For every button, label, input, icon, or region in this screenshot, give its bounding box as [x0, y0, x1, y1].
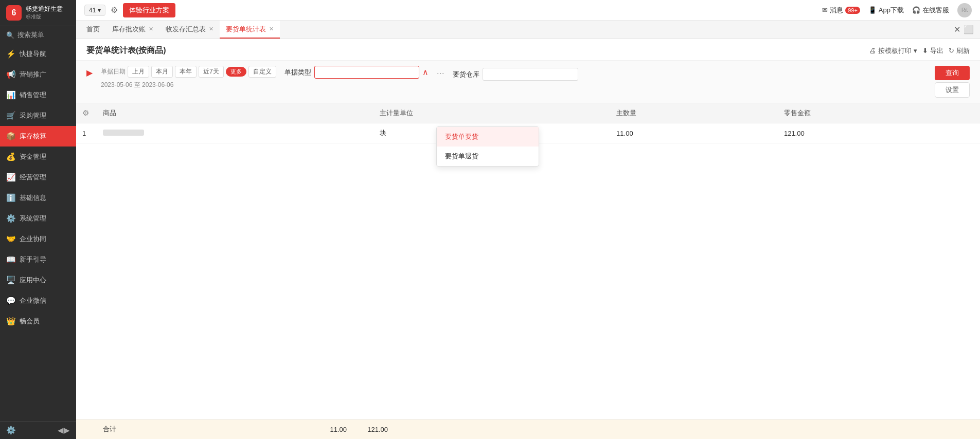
sidebar-label-member: 畅会员 — [20, 317, 40, 326]
type-filter-label: 单据类型 — [284, 68, 311, 77]
warehouse-filter-input[interactable] — [483, 68, 578, 81]
sidebar-item-marketing[interactable]: 📢 营销推广 — [0, 64, 76, 85]
store-selector[interactable]: 41 ▾ — [84, 5, 105, 16]
topbar-right: ✉ 消息 99+ 📱 App下载 🎧 在线客服 Rit — [822, 3, 972, 17]
collapse-icon[interactable]: ◀▶ — [58, 426, 70, 435]
filter-toggle-icon[interactable]: ▶ — [86, 68, 93, 78]
sidebar-label-marketing: 营销推广 — [20, 70, 46, 79]
sidebar-bottom: ⚙️ ◀▶ — [0, 421, 76, 439]
page-header: 要货单统计表(按商品) 🖨 按模板打印 ▾ ⬇ 导出 ↻ 刷新 — [76, 39, 980, 61]
dropdown-arrow-icon: ▾ — [98, 7, 101, 14]
service-icon: 🎧 — [912, 6, 920, 14]
store-name: 41 — [89, 7, 96, 14]
quick-icon: ⚡ — [6, 49, 15, 59]
product-placeholder — [103, 130, 144, 136]
date-btn-custom[interactable]: 自定义 — [248, 66, 276, 78]
app-download-action[interactable]: 📱 App下载 — [868, 6, 904, 15]
cell-amount: 121.00 — [778, 123, 980, 143]
sidebar-item-quick[interactable]: ⚡ 快捷导航 — [0, 44, 76, 64]
filter-settings-button[interactable]: 设置 — [935, 82, 970, 98]
tab-stock-close[interactable]: ✕ — [149, 26, 153, 32]
sidebar-item-purchase[interactable]: 🛒 采购管理 — [0, 105, 76, 126]
messages-label: 消息 — [830, 6, 843, 15]
col-amount: 零售金额 — [778, 103, 980, 123]
sidebar-item-member[interactable]: 👑 畅会员 — [0, 311, 76, 332]
date-btn-more[interactable]: 更多 — [226, 67, 246, 77]
date-btn-7days[interactable]: 近7天 — [199, 66, 224, 78]
sidebar-label-finance: 资金管理 — [20, 152, 46, 161]
sidebar-item-guide[interactable]: 📖 新手引导 — [0, 249, 76, 270]
sidebar-label-collab: 企业协同 — [20, 234, 46, 244]
tab-summary[interactable]: 收发存汇总表 ✕ — [159, 21, 220, 39]
col-settings: ⚙ — [76, 103, 97, 123]
type-filter-input[interactable] — [314, 66, 419, 79]
app-name: 畅捷通好生意 — [26, 5, 63, 13]
date-btn-last-month[interactable]: 上月 — [128, 66, 149, 78]
online-service-action[interactable]: 🎧 在线客服 — [912, 6, 949, 15]
col-product: 商品 — [97, 103, 373, 123]
col-unit: 主计量单位 — [373, 103, 610, 123]
sidebar-label-inventory: 库存核算 — [20, 132, 46, 141]
topbar: 41 ▾ ⚙ 体验行业方案 ✉ 消息 99+ 📱 App下载 🎧 在线客服 Ri… — [76, 0, 980, 21]
query-button[interactable]: 查询 — [935, 66, 970, 80]
date-filter-group: 单据日期 上月 本月 本年 近7天 更多 自定义 2023-05-06 至 20… — [101, 66, 276, 89]
sidebar-label-sales: 销售管理 — [20, 90, 46, 100]
close-all-icon[interactable]: ✕ — [954, 25, 960, 34]
filter-more-icon[interactable]: ··· — [437, 68, 444, 79]
search-label: 搜索菜单 — [17, 30, 44, 40]
date-btn-this-month[interactable]: 本月 — [151, 66, 173, 78]
sidebar-label-guide: 新手引导 — [20, 255, 46, 264]
cell-index: 1 — [76, 123, 97, 143]
sidebar-item-inventory[interactable]: 📦 库存核算 — [0, 126, 76, 147]
sidebar-item-management[interactable]: 📈 经营管理 — [0, 167, 76, 188]
tab-requisition-label: 要货单统计表 — [226, 25, 266, 34]
refresh-icon: ↻ — [949, 47, 954, 54]
dropdown-item-0[interactable]: 要货单要货 — [437, 127, 539, 147]
maximize-icon[interactable]: ⬜ — [964, 25, 974, 34]
sidebar-item-wechat[interactable]: 💬 企业微信 — [0, 290, 76, 311]
page-title: 要货单统计表(按商品) — [86, 45, 166, 56]
tab-requisition[interactable]: 要货单统计表 ✕ — [220, 21, 280, 39]
export-icon: ⬇ — [922, 47, 928, 54]
user-avatar[interactable]: Rit — [957, 3, 972, 17]
tab-home[interactable]: 首页 — [80, 21, 106, 39]
refresh-action[interactable]: ↻ 刷新 — [949, 46, 970, 56]
sidebar-item-system[interactable]: ⚙️ 系统管理 — [0, 208, 76, 229]
settings-bottom-icon[interactable]: ⚙️ — [6, 426, 16, 435]
export-action[interactable]: ⬇ 导出 — [922, 46, 943, 56]
trial-button[interactable]: 体验行业方案 — [123, 3, 175, 17]
logo-icon: 6 — [6, 5, 22, 21]
app-download-label: App下载 — [879, 6, 904, 15]
sidebar-item-basic[interactable]: ℹ️ 基础信息 — [0, 188, 76, 208]
main-area: 41 ▾ ⚙ 体验行业方案 ✉ 消息 99+ 📱 App下载 🎧 在线客服 Ri… — [76, 0, 980, 439]
sidebar-item-collab[interactable]: 🤝 企业协同 — [0, 229, 76, 249]
type-dropdown-arrow[interactable]: ∧ — [422, 67, 429, 77]
filter-bar: ▶ 单据日期 上月 本月 本年 近7天 更多 自定义 2023-05-06 至 … — [76, 61, 980, 103]
sidebar-item-finance[interactable]: 💰 资金管理 — [0, 147, 76, 167]
print-arrow-icon: ▾ — [914, 47, 917, 54]
messages-action[interactable]: ✉ 消息 99+ — [822, 6, 860, 15]
sidebar-item-sales[interactable]: 📊 销售管理 — [0, 85, 76, 105]
dropdown-item-1[interactable]: 要货单退货 — [437, 147, 539, 166]
topbar-settings-icon[interactable]: ⚙ — [111, 5, 118, 15]
basic-icon: ℹ️ — [6, 193, 15, 203]
sidebar-label-purchase: 采购管理 — [20, 111, 46, 120]
tab-stock[interactable]: 库存批次账 ✕ — [106, 21, 159, 39]
tab-requisition-close[interactable]: ✕ — [269, 26, 274, 32]
collab-icon: 🤝 — [6, 234, 15, 244]
table-settings-icon[interactable]: ⚙ — [82, 108, 89, 117]
tab-summary-close[interactable]: ✕ — [209, 26, 213, 32]
print-action[interactable]: 🖨 按模板打印 ▾ — [869, 46, 917, 56]
warehouse-filter-label: 要货仓库 — [453, 70, 479, 79]
date-btn-this-year[interactable]: 本年 — [175, 66, 197, 78]
app-sub: 标准版 — [26, 13, 63, 21]
refresh-label: 刷新 — [956, 46, 970, 56]
wechat-icon: 💬 — [6, 296, 15, 305]
guide-icon: 📖 — [6, 255, 15, 264]
topbar-left: 41 ▾ ⚙ 体验行业方案 — [84, 3, 175, 17]
warehouse-filter-group: 要货仓库 — [453, 68, 578, 81]
sidebar-search[interactable]: 🔍 搜索菜单 — [0, 26, 76, 44]
tab-home-label: 首页 — [86, 25, 100, 34]
messages-badge: 99+ — [845, 7, 860, 14]
sidebar-item-apps[interactable]: 🖥️ 应用中心 — [0, 270, 76, 290]
